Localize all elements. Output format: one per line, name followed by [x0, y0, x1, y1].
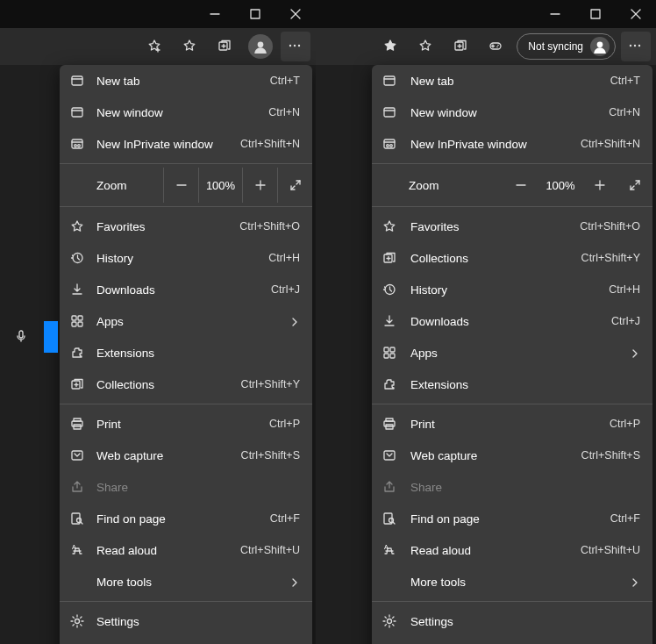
read-aloud-icon — [68, 541, 86, 559]
menu-zoom: Zoom 100% — [60, 168, 312, 203]
maximize-button[interactable] — [575, 0, 616, 28]
menu-history[interactable]: History Ctrl+H — [60, 242, 312, 274]
zoom-out-button[interactable] — [163, 168, 198, 203]
zoom-value: 100% — [198, 168, 242, 203]
zoom-label: Zoom — [60, 179, 163, 192]
more-menu-button[interactable] — [621, 32, 651, 61]
browser-window-right: Not syncing New tab Ctrl+T New window Ct… — [316, 0, 656, 644]
zoom-in-button[interactable] — [582, 168, 617, 203]
add-favorite-icon[interactable] — [140, 32, 170, 61]
menu-history[interactable]: History Ctrl+H — [372, 274, 652, 305]
menu-new-inprivate[interactable]: New InPrivate window Ctrl+Shift+N — [60, 128, 312, 160]
menu-share: Share — [372, 471, 652, 503]
star-icon — [381, 218, 398, 235]
separator — [60, 601, 312, 602]
separator — [372, 404, 652, 404]
zoom-out-button[interactable] — [503, 168, 538, 203]
fullscreen-button[interactable] — [617, 168, 652, 203]
menu-settings[interactable]: Settings — [372, 605, 652, 637]
gaming-icon[interactable] — [481, 32, 511, 61]
favorites-bar-icon[interactable] — [175, 32, 205, 61]
menu-downloads[interactable]: Downloads Ctrl+J — [60, 274, 312, 305]
menu-settings[interactable]: Settings — [60, 605, 312, 637]
fullscreen-button[interactable] — [277, 168, 312, 203]
close-window-button[interactable] — [275, 0, 316, 28]
menu-favorites[interactable]: Favorites Ctrl+Shift+O — [60, 211, 312, 242]
minimize-button[interactable] — [195, 0, 235, 28]
menu-zoom: Zoom 100% — [372, 168, 652, 203]
menu-more-tools[interactable]: More tools — [372, 566, 652, 597]
print-icon — [68, 415, 86, 433]
menu-collections[interactable]: Collections Ctrl+Shift+Y — [60, 369, 312, 400]
menu-web-capture[interactable]: Web capture Ctrl+Shift+S — [60, 440, 312, 471]
toolbar: Not syncing — [316, 28, 656, 65]
chevron-right-icon — [628, 347, 640, 359]
menu-read-aloud[interactable]: Read aloud Ctrl+Shift+U — [372, 534, 652, 566]
gear-icon — [381, 612, 398, 630]
share-icon — [68, 478, 86, 496]
menu-downloads[interactable]: Downloads Ctrl+J — [372, 305, 652, 337]
menu-favorites[interactable]: Favorites Ctrl+Shift+O — [372, 211, 652, 242]
titlebar — [316, 0, 656, 28]
menu-new-window[interactable]: New window Ctrl+N — [372, 97, 652, 128]
menu-apps[interactable]: Apps — [60, 305, 312, 337]
favorite-filled-icon[interactable] — [376, 32, 406, 61]
menu-read-aloud[interactable]: Read aloud Ctrl+Shift+U — [60, 534, 312, 566]
zoom-value: 100% — [538, 168, 582, 203]
capture-icon — [381, 447, 398, 464]
separator — [60, 206, 312, 207]
menu-apps[interactable]: Apps — [372, 337, 652, 369]
collections-icon — [381, 249, 398, 267]
profile-sync-button[interactable]: Not syncing — [517, 33, 616, 60]
new-tab-icon — [381, 72, 398, 89]
profile-button[interactable] — [246, 32, 275, 61]
history-icon — [381, 281, 398, 298]
menu-print[interactable]: Print Ctrl+P — [372, 408, 652, 440]
zoom-in-button[interactable] — [242, 168, 277, 203]
minimize-button[interactable] — [535, 0, 575, 28]
menu-new-tab[interactable]: New tab Ctrl+T — [60, 65, 312, 97]
menu-new-inprivate[interactable]: New InPrivate window Ctrl+Shift+N — [372, 128, 652, 160]
menu-more-tools[interactable]: More tools — [60, 566, 312, 597]
collections-icon[interactable] — [446, 32, 476, 61]
collections-icon[interactable] — [210, 32, 240, 61]
menu-new-window[interactable]: New window Ctrl+N — [60, 97, 312, 128]
separator — [372, 601, 652, 602]
menu-help[interactable]: Help and feedback — [372, 637, 652, 644]
mic-icon[interactable] — [0, 321, 44, 353]
star-icon — [68, 218, 86, 235]
apps-icon — [68, 312, 86, 330]
print-icon — [381, 415, 398, 433]
menu-print[interactable]: Print Ctrl+P — [60, 408, 312, 440]
find-icon — [381, 510, 398, 527]
menu-collections[interactable]: Collections Ctrl+Shift+Y — [372, 242, 652, 274]
menu-extensions[interactable]: Extensions — [372, 369, 652, 400]
menu-share: Share — [60, 471, 312, 503]
new-window-icon — [68, 104, 86, 121]
active-indicator — [44, 321, 58, 353]
capture-icon — [68, 447, 86, 464]
history-icon — [68, 249, 86, 267]
menu-find[interactable]: Find on page Ctrl+F — [60, 503, 312, 534]
separator — [60, 404, 312, 404]
menu-find[interactable]: Find on page Ctrl+F — [372, 503, 652, 534]
collections-icon — [68, 376, 86, 393]
settings-menu: New tab Ctrl+T New window Ctrl+N New InP… — [372, 65, 652, 644]
more-menu-button[interactable] — [281, 32, 310, 61]
settings-menu: New tab Ctrl+T New window Ctrl+N New InP… — [60, 65, 312, 644]
menu-extensions[interactable]: Extensions — [60, 337, 312, 369]
menu-web-capture[interactable]: Web capture Ctrl+Shift+S — [372, 440, 652, 471]
apps-icon — [381, 344, 398, 361]
chevron-right-icon — [628, 576, 640, 588]
extensions-icon — [68, 344, 86, 361]
menu-help[interactable]: Help and feedback — [60, 637, 312, 644]
menu-new-tab[interactable]: New tab Ctrl+T — [372, 65, 652, 97]
separator — [60, 163, 312, 164]
new-window-icon — [381, 104, 398, 121]
close-window-button[interactable] — [616, 0, 656, 28]
new-tab-icon — [68, 72, 86, 89]
maximize-button[interactable] — [235, 0, 275, 28]
avatar-icon — [590, 37, 610, 56]
separator — [372, 163, 652, 164]
favorites-bar-icon[interactable] — [411, 32, 441, 61]
